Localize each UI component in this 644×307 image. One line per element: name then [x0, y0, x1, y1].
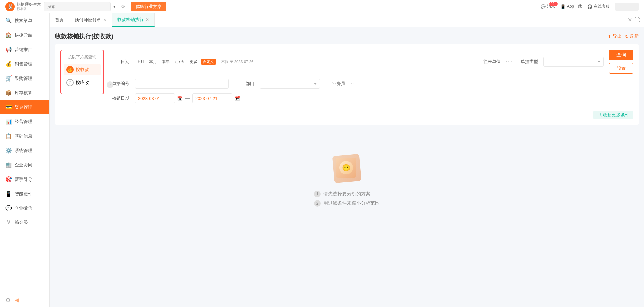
message-badge: 99+ [549, 2, 558, 6]
page-actions: ⬆ 导出 ↻ 刷新 [608, 33, 639, 39]
filter-form: 日期 上月 本月 本年 近7天 更多 自定义 不限 至 2023-07-26 [109, 50, 633, 119]
settings-button[interactable]: 设置 [609, 63, 633, 74]
sidebar-item-marketing[interactable]: 📢 营销推广 [0, 42, 49, 57]
export-button[interactable]: ⬆ 导出 [608, 33, 622, 39]
sidebar-item-label: 搜索菜单 [15, 18, 32, 24]
sidebar-item-label: 销售管理 [15, 61, 32, 67]
date-shortcut-this-month[interactable]: 本月 [148, 58, 158, 65]
query-button[interactable]: 查询 [609, 50, 633, 60]
wechat-icon: 💬 [5, 205, 12, 211]
collapse-more-button[interactable]: 《 收起更多条件 [593, 111, 633, 119]
operation-icon: 📊 [5, 118, 12, 125]
empty-tips: 1 请先选择要分析的方案 2 用过滤条件来缩小分析范围 [314, 191, 380, 207]
date-shortcuts: 上月 本月 本年 近7天 更多 自定义 [135, 58, 216, 65]
collapse-sidebar-button[interactable]: ◀ [15, 296, 19, 304]
sidebar-item-basic[interactable]: 📋 基础信息 [0, 129, 49, 143]
export-icon: ⬆ [608, 34, 611, 39]
filter-sidebar: 按以下方案查询 💰 按收款 ⏱ 按应收 [60, 50, 104, 94]
sidebar-item-sales[interactable]: 💰 销售管理 [0, 57, 49, 71]
maximize-window-button[interactable]: ⛶ [635, 17, 640, 23]
dropdown-arrow[interactable]: ▾ [113, 4, 115, 9]
user-avatar[interactable] [615, 3, 639, 11]
online-service-button[interactable]: 🎧 在线客服 [587, 4, 610, 9]
filter-option-by-receivable[interactable]: ⏱ 按应收 [64, 77, 101, 88]
sidebar-item-label: 资金管理 [15, 104, 32, 110]
refresh-button[interactable]: ↻ 刷新 [625, 33, 639, 39]
home-icon: 🏠 [5, 32, 12, 38]
sidebar-item-label: 营销推广 [15, 47, 32, 53]
sidebar-item-member[interactable]: V 畅会员 [0, 215, 49, 229]
sidebar-item-label: 企业协同 [15, 162, 32, 168]
sidebar: 🔍 搜索菜单 🏠 快捷导航 📢 营销推广 💰 销售管理 🛒 采购管理 📦 [0, 13, 50, 307]
industry-button[interactable]: 体验行业方案 [131, 2, 166, 11]
sidebar-item-finance[interactable]: 💳 资金管理 [0, 100, 49, 114]
sidebar-item-guide[interactable]: 🎯 新手引导 [0, 172, 49, 187]
receivable-option-icon: ⏱ [66, 79, 74, 86]
logo-icon: 🐰 [5, 2, 15, 11]
enterprise-icon: 🏢 [5, 162, 12, 168]
calendar-end-icon[interactable]: 📅 [234, 96, 240, 101]
date-range-dash: — [185, 95, 190, 101]
search-input[interactable] [44, 2, 111, 11]
settings-icon[interactable]: ⚙ [5, 296, 11, 304]
top-bar-left: 🐰 畅捷通好生意 标准版 ▾ ⚙ 体验行业方案 [5, 2, 541, 11]
tab-collection[interactable]: 收款核销执行 ✕ [112, 13, 155, 27]
sidebar-item-label: 智能硬件 [15, 191, 32, 197]
sidebar-item-system[interactable]: ⚙️ 系统管理 [0, 143, 49, 158]
date-no-limit: 不限 至 2023-07-26 [221, 59, 475, 64]
bill-no-input[interactable] [135, 79, 229, 89]
filter-option-by-collection[interactable]: 💰 按收款 [64, 64, 101, 75]
sidebar-item-inventory[interactable]: 📦 库存核算 [0, 86, 49, 100]
window-buttons: ✕ ⛶ [624, 17, 644, 23]
message-button[interactable]: 💬 消息 99+ [541, 4, 555, 9]
counterparty-input[interactable]: ··· [506, 59, 513, 65]
date-shortcut-last-month[interactable]: 上月 [135, 58, 146, 65]
tab-prepay[interactable]: 预付冲应付单 ✕ [69, 13, 112, 27]
sidebar-bottom: ⚙ ◀ [0, 293, 49, 307]
filter-sidebar-title: 按以下方案查询 [64, 54, 101, 60]
basic-icon: 📋 [5, 133, 12, 139]
verify-date-end[interactable] [192, 93, 232, 103]
salesperson-input[interactable]: ··· [351, 81, 357, 87]
date-label: 日期 [109, 59, 129, 65]
salesperson-label: 业务员 [325, 81, 345, 87]
filter-sidebar-collapse-button[interactable]: 《 [107, 81, 113, 88]
dept-label: 部门 [234, 81, 254, 87]
sidebar-item-hardware[interactable]: 📱 智能硬件 [0, 187, 49, 201]
sidebar-item-enterprise[interactable]: 🏢 企业协同 [0, 158, 49, 172]
verify-date-range: 📅 — 📅 [135, 93, 240, 103]
close-window-button[interactable]: ✕ [628, 17, 632, 23]
filter-panel: 按以下方案查询 💰 按收款 ⏱ 按应收 《 [55, 44, 639, 125]
verify-date-start[interactable] [135, 93, 175, 103]
filter-row-1: 日期 上月 本月 本年 近7天 更多 自定义 不限 至 2023-07-26 [109, 50, 633, 74]
bill-type-select[interactable] [543, 57, 604, 67]
sales-icon: 💰 [5, 61, 12, 67]
sidebar-item-label: 系统管理 [15, 148, 32, 154]
chevron-up-icon: 《 [597, 112, 602, 118]
sidebar-item-label: 采购管理 [15, 75, 32, 82]
dept-select[interactable] [260, 79, 320, 89]
tab-close-prepay[interactable]: ✕ [103, 18, 106, 22]
logo: 🐰 畅捷通好生意 标准版 [5, 2, 41, 11]
sidebar-item-purchase[interactable]: 🛒 采购管理 [0, 71, 49, 86]
date-custom-badge[interactable]: 自定义 [201, 59, 216, 65]
content-area: 首页 预付冲应付单 ✕ 收款核销执行 ✕ ✕ ⛶ 收款核销执行(按收款) [50, 13, 644, 307]
empty-tip-1: 1 请先选择要分析的方案 [314, 191, 380, 197]
date-shortcut-7days[interactable]: 近7天 [173, 58, 186, 65]
tab-home[interactable]: 首页 [50, 13, 69, 27]
calendar-start-icon[interactable]: 📅 [177, 96, 183, 101]
refresh-icon: ↻ [625, 34, 629, 39]
date-shortcut-this-year[interactable]: 本年 [160, 58, 171, 65]
hardware-icon: 📱 [5, 191, 12, 197]
date-shortcut-more[interactable]: 更多 [188, 58, 199, 65]
empty-illustration: 😐 [330, 152, 364, 185]
sidebar-item-shortcut[interactable]: 🏠 快捷导航 [0, 28, 49, 42]
sidebar-item-wechat[interactable]: 💬 企业微信 [0, 201, 49, 215]
sidebar-item-label: 畅会员 [15, 219, 28, 225]
app-download-button[interactable]: 📱 App下载 [560, 4, 582, 9]
sidebar-item-search[interactable]: 🔍 搜索菜单 [0, 13, 49, 28]
tab-close-collection[interactable]: ✕ [146, 17, 149, 22]
sidebar-item-operation[interactable]: 📊 经营管理 [0, 114, 49, 129]
gear-icon[interactable]: ⚙ [121, 3, 125, 10]
member-icon: V [5, 219, 12, 225]
